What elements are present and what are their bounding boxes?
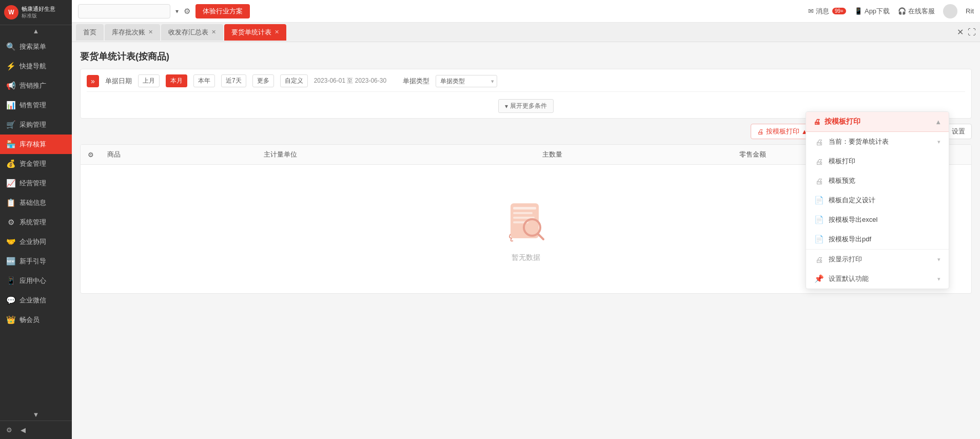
search-icon: 🔍 [6, 42, 15, 51]
scroll-down-btn[interactable]: ▼ [0, 409, 72, 421]
display-print-icon: 🖨 [814, 255, 824, 264]
tab-batch-account-close[interactable]: ✕ [148, 29, 153, 35]
date-custom-btn[interactable]: 自定义 [280, 74, 308, 87]
type-select[interactable]: 单据类型 [436, 75, 497, 87]
template-custom-icon: 📄 [814, 196, 824, 205]
date-current-month-btn[interactable]: 本月 [166, 74, 187, 87]
dropdown-item-template-pdf[interactable]: 📄 按模板导出pdf [806, 230, 949, 249]
sidebar-item-basic[interactable]: 📋 基础信息 [0, 193, 72, 213]
sidebar-item-system[interactable]: ⚙ 系统管理 [0, 213, 72, 232]
sidebar-item-label: 营销推广 [19, 81, 46, 90]
date-range-text: 2023-06-01 至 2023-06-30 [314, 77, 386, 85]
filter-expand-icon[interactable]: » [87, 75, 99, 87]
tab-home-label: 首页 [83, 28, 96, 37]
col-unit: 主计量单位 [258, 145, 536, 165]
date-prev-month-btn[interactable]: 上月 [138, 74, 160, 87]
app-download-btn[interactable]: 📱 App下载 [854, 7, 890, 16]
type-filter-label: 单据类型 [403, 77, 429, 86]
sidebar-item-label: 系统管理 [19, 218, 46, 227]
message-btn[interactable]: ✉ 消息 99+ [808, 7, 846, 16]
app-download-label: App下载 [865, 7, 890, 16]
member-icon: 👑 [6, 315, 15, 325]
tabbar-right: ✕ ⛶ [957, 27, 976, 37]
sidebar-item-sales[interactable]: 📊 销售管理 [0, 96, 72, 115]
date-filter-label: 单据日期 [105, 77, 132, 86]
date-more-btn[interactable]: 更多 [252, 74, 274, 87]
sidebar-item-wechat[interactable]: 💬 企业微信 [0, 291, 72, 310]
topbar-actions: ✉ 消息 99+ 📱 App下载 🎧 在线客服 Rit [808, 4, 974, 18]
finance-icon: 💰 [6, 159, 15, 168]
sidebar-item-operation[interactable]: 📈 经营管理 [0, 174, 72, 193]
sidebar-item-label: 采购管理 [19, 120, 46, 129]
print-template-btn[interactable]: 🖨 按模板打印 ▲ [751, 124, 815, 139]
set-default-icon: 📌 [814, 274, 824, 283]
tab-expand-btn[interactable]: ⛶ [968, 28, 976, 37]
expand-more-btn[interactable]: ▾ 展开更多条件 [498, 99, 554, 113]
sidebar-item-label: 新手引导 [19, 257, 46, 266]
tab-close-all-btn[interactable]: ✕ [957, 27, 964, 37]
svg-rect-2 [513, 212, 533, 214]
tab-batch-account-label: 库存批次账 [112, 28, 145, 37]
print-dropdown-popup: 🖨 按模板打印 ▲ 🖨 当前：要货单统计表 ▾ 🖨 模板打印 🖨 模板预览 [806, 111, 949, 289]
app-name: 畅康通好生意 [22, 5, 55, 12]
sidebar-item-purchase[interactable]: 🛒 采购管理 [0, 115, 72, 135]
sidebar-item-collab[interactable]: 🤝 企业协同 [0, 232, 72, 252]
print-dropdown-header: 🖨 按模板打印 ▲ [806, 112, 949, 132]
tab-home[interactable]: 首页 [76, 24, 104, 41]
sidebar-item-guide[interactable]: 🆕 新手引导 [0, 252, 72, 271]
tab-receipt-summary-close[interactable]: ✕ [211, 29, 216, 35]
sidebar-item-finance[interactable]: 💰 资金管理 [0, 154, 72, 174]
dropdown-item-template-excel[interactable]: 📄 按模板导出excel [806, 210, 949, 230]
sidebar-nav: 🔍 搜索菜单 ⚡ 快捷导航 📢 营销推广 📊 销售管理 🛒 采购管理 🏪 库存核… [0, 37, 72, 409]
dropdown-item-template-preview-label: 模板预览 [829, 176, 940, 185]
sidebar-item-label: 销售管理 [19, 101, 46, 110]
tab-order-stats[interactable]: 要货单统计表 ✕ [224, 24, 286, 41]
dropdown-item-template-print[interactable]: 🖨 模板打印 [806, 151, 949, 171]
tab-order-stats-close[interactable]: ✕ [275, 29, 279, 35]
col-settings[interactable]: ⚙ [81, 145, 101, 165]
scroll-up-btn[interactable]: ▲ [0, 25, 72, 37]
empty-text: 暂无数据 [512, 253, 540, 262]
dropdown-item-display-print-label: 按显示打印 [829, 255, 932, 264]
template-pdf-icon: 📄 [814, 235, 824, 244]
page-header: 要货单统计表(按商品) [80, 50, 972, 63]
dropdown-item-display-print[interactable]: 🖨 按显示打印 ▾ [806, 250, 949, 269]
tab-receipt-summary[interactable]: 收发存汇总表 ✕ [161, 24, 223, 41]
dropdown-item-template-preview[interactable]: 🖨 模板预览 [806, 171, 949, 190]
sidebar-item-search[interactable]: 🔍 搜索菜单 [0, 37, 72, 56]
dropdown-item-current-label: 当前：要货单统计表 [829, 137, 932, 146]
tab-batch-account[interactable]: 库存批次账 ✕ [105, 24, 160, 41]
system-icon: ⚙ [6, 218, 15, 227]
sidebar-item-label: 畅会员 [19, 315, 40, 325]
logo-icon: W [4, 5, 18, 20]
basic-icon: 📋 [6, 198, 15, 207]
settings-gear-icon[interactable]: ⚙ [184, 7, 190, 16]
shortcut-icon: ⚡ [6, 62, 15, 71]
col-settings-icon: ⚙ [88, 151, 94, 159]
template-excel-icon: 📄 [814, 215, 824, 224]
sidebar-item-apps[interactable]: 📱 应用中心 [0, 271, 72, 291]
avatar[interactable] [943, 4, 957, 18]
search-input[interactable] [78, 4, 170, 18]
sidebar-item-inventory[interactable]: 🏪 库存核算 [0, 135, 72, 154]
trial-btn[interactable]: 体验行业方案 [195, 4, 250, 18]
dropdown-item-template-custom[interactable]: 📄 模板自定义设计 [806, 190, 949, 210]
search-dropdown-btn[interactable]: ▾ [175, 8, 179, 15]
sidebar-item-marketing[interactable]: 📢 营销推广 [0, 76, 72, 96]
printer-icon: 🖨 [757, 128, 764, 136]
sidebar-item-shortcut[interactable]: ⚡ 快捷导航 [0, 56, 72, 76]
sidebar-item-member[interactable]: 👑 畅会员 [0, 310, 72, 330]
print-dropdown-close-icon[interactable]: ▲ [935, 118, 942, 126]
date-last7-btn[interactable]: 近7天 [221, 74, 246, 87]
date-current-year-btn[interactable]: 本年 [193, 74, 215, 87]
sidebar-item-label: 库存核算 [19, 140, 46, 149]
type-select-wrapper: 单据类型 [436, 75, 497, 87]
dropdown-item-set-default[interactable]: 📌 设置默认功能 ▾ [806, 269, 949, 289]
display-print-arrow: ▾ [937, 256, 940, 263]
svg-line-6 [538, 234, 543, 239]
purchase-icon: 🛒 [6, 120, 15, 129]
collapse-icon[interactable]: ◀ [21, 426, 26, 434]
dropdown-item-current[interactable]: 🖨 当前：要货单统计表 ▾ [806, 132, 949, 151]
online-service-btn[interactable]: 🎧 在线客服 [898, 7, 935, 16]
settings-icon[interactable]: ⚙ [6, 426, 12, 434]
